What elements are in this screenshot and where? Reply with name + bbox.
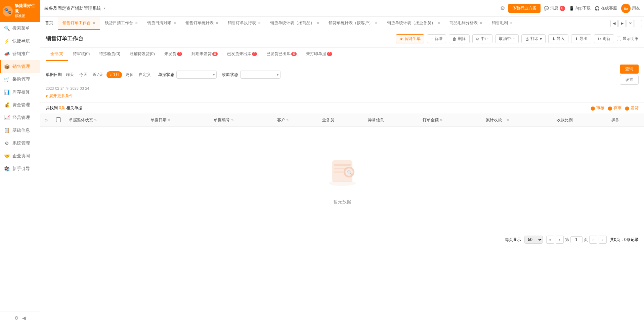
- new-btn[interactable]: + 新增: [427, 34, 446, 43]
- tab-close-money-clear[interactable]: ✕: [135, 21, 138, 25]
- subtab-all[interactable]: 全部(0): [46, 48, 68, 61]
- tab-home[interactable]: 首页: [40, 17, 58, 30]
- tab-sale-customer[interactable]: 销货单统计表（按客户）✕: [324, 17, 382, 30]
- tab-close-sale-goods[interactable]: ✕: [316, 21, 319, 25]
- tab-profit[interactable]: 商品毛利分析表✕: [445, 17, 487, 30]
- tab-nav-close[interactable]: ✕: [627, 20, 634, 27]
- tab-sales-workbench[interactable]: 销售订单工作台✕: [58, 17, 100, 30]
- subtab-overdue[interactable]: 到期未发货0: [187, 48, 222, 61]
- cancel-review-btn[interactable]: ⬤ 弃审: [608, 105, 621, 111]
- review-btn[interactable]: ⬤ 审核: [591, 105, 604, 111]
- page-input[interactable]: [570, 236, 583, 243]
- topbar-settings-icon[interactable]: ⚙: [500, 5, 505, 11]
- subtab-unprinted[interactable]: 未打印单据0: [301, 48, 337, 61]
- import-btn[interactable]: ⬇ 导入: [548, 34, 568, 43]
- export-btn[interactable]: ⬆ 导出: [571, 34, 591, 43]
- sidebar-item-management[interactable]: 📈经营管理: [0, 111, 40, 124]
- sidebar-settings-btn[interactable]: ⚙: [14, 315, 19, 321]
- tab-money-clear[interactable]: 钱货日清工作台✕: [100, 17, 142, 30]
- ship-btn[interactable]: ⬤ 发货: [625, 105, 639, 111]
- sidebar-item-search[interactable]: 🔍搜索菜单: [0, 22, 40, 35]
- tab-nav-expand[interactable]: ⛶: [635, 20, 642, 27]
- sort-icon-status[interactable]: ⇅: [94, 118, 97, 122]
- sidebar-item-system[interactable]: ⚙系统管理: [0, 137, 40, 150]
- tab-sale-goods[interactable]: 销货单统计表（按商品）✕: [265, 17, 324, 30]
- tab-close-profit[interactable]: ✕: [480, 21, 482, 25]
- subtab-badge-unshipped: 0: [177, 52, 182, 56]
- date-btn-今天[interactable]: 今天: [77, 71, 89, 78]
- subtab-shipped-out[interactable]: 已发货已出库0: [262, 48, 301, 61]
- tab-close-money-check[interactable]: ✕: [173, 21, 176, 25]
- tab-money-check[interactable]: 钱货日清对账✕: [142, 17, 181, 30]
- date-btn-昨天[interactable]: 昨天: [64, 71, 76, 78]
- delete-btn[interactable]: 🗑 删除: [449, 34, 470, 43]
- sort-icon-collected[interactable]: ⇅: [507, 118, 509, 122]
- sort-icon-number[interactable]: ⇅: [231, 118, 234, 122]
- subtab-unshipped[interactable]: 未发货0: [160, 48, 187, 61]
- tab-close-sale-customer[interactable]: ✕: [375, 21, 378, 25]
- tab-nav-prev[interactable]: ◀: [610, 20, 618, 27]
- sidebar-item-basic[interactable]: 📋基础信息: [0, 124, 40, 137]
- sort-icon-date[interactable]: ⇅: [168, 118, 170, 122]
- tab-close-sale-staff[interactable]: ✕: [437, 21, 440, 25]
- first-page-btn[interactable]: «: [546, 236, 554, 244]
- subtab-pick[interactable]: 待拣验货(0): [94, 48, 125, 61]
- tab-sales-exec[interactable]: 销售订单执行表✕: [223, 17, 265, 30]
- prev-page-btn[interactable]: ‹: [556, 236, 564, 244]
- subtab-pending[interactable]: 待审核(0): [68, 48, 95, 61]
- date-btn-自定义[interactable]: 自定义: [137, 71, 153, 78]
- refresh-btn[interactable]: ↻ 刷新: [594, 34, 614, 43]
- table-settings-icon[interactable]: ⚙: [44, 118, 48, 123]
- smart-create-btn[interactable]: ★ 智能生单: [396, 34, 424, 43]
- user-item[interactable]: Ea 用友: [621, 4, 640, 13]
- last-page-btn[interactable]: »: [599, 236, 607, 244]
- sidebar-item-finance[interactable]: 💰资金管理: [0, 98, 40, 111]
- print-btn[interactable]: 🖨 打印 ▾: [521, 34, 546, 43]
- sort-icon-customer[interactable]: ⇅: [286, 118, 289, 122]
- sidebar-item-collab[interactable]: 🤝企业协同: [0, 150, 40, 162]
- tab-sales-stat[interactable]: 销售订单统计表✕: [181, 17, 223, 30]
- solution-btn[interactable]: 体验行业方案: [508, 4, 541, 13]
- show-detail-label[interactable]: 显示明细: [617, 36, 639, 42]
- sidebar-item-quick[interactable]: ⚡快捷导航: [0, 35, 40, 47]
- subtab-shipped-no-out[interactable]: 已发货未出库0: [222, 48, 262, 61]
- tab-close-sales-exec[interactable]: ✕: [258, 21, 261, 25]
- table-select-all[interactable]: [56, 117, 61, 122]
- sidebar-item-label: 库存核算: [12, 89, 30, 95]
- tab-close-sales-stat[interactable]: ✕: [216, 21, 218, 25]
- next-page-btn[interactable]: ›: [589, 236, 597, 244]
- date-btn-更多[interactable]: 更多: [123, 71, 135, 78]
- online-service-item[interactable]: 🎧 在线客服: [595, 5, 617, 11]
- sidebar-item-purchase[interactable]: 🛒采购管理: [0, 73, 40, 86]
- query-btn[interactable]: 查询: [620, 65, 639, 74]
- star-icon: ★: [399, 37, 403, 41]
- subtab-label: 待审核: [73, 51, 85, 56]
- payment-select[interactable]: [240, 71, 281, 79]
- page-size-select[interactable]: 102050100: [524, 236, 543, 244]
- tab-nav-next[interactable]: ▶: [618, 20, 626, 27]
- date-btn-近7天[interactable]: 近7天: [91, 71, 105, 78]
- tab-close-sales-workbench[interactable]: ✕: [93, 21, 95, 25]
- expand-filters-btn[interactable]: ▾ 展开更多条件: [46, 93, 639, 99]
- sidebar-item-guide[interactable]: 📚新手引导: [0, 162, 40, 175]
- tab-sale-profit[interactable]: 销售毛利✕: [487, 17, 517, 30]
- filter-settings-btn[interactable]: 设置: [620, 75, 639, 85]
- subtab-wangpu[interactable]: 旺铺待发货(0): [125, 48, 160, 61]
- date-btn-近1月[interactable]: 近1月: [106, 71, 122, 78]
- stop-btn[interactable]: ⊘ 中止: [472, 34, 492, 43]
- sidebar-item-sales[interactable]: 📦销售管理: [0, 60, 40, 73]
- status-select[interactable]: [176, 71, 217, 79]
- main-content: 装备及固定资产辅助管理系统 ▾ ⚙ 体验行业方案 💬 消息 6 📱 App下载 …: [40, 0, 644, 324]
- sort-icon-amount[interactable]: ⇅: [440, 118, 442, 122]
- app-download-item[interactable]: 📱 App下载: [569, 5, 591, 11]
- show-detail-checkbox[interactable]: [617, 37, 621, 41]
- cancel-stop-btn[interactable]: 取消中止: [495, 34, 519, 43]
- tab-sale-staff[interactable]: 销货单统计表（按业务员）✕: [382, 17, 445, 30]
- sidebar-item-marketing[interactable]: 📣营销推广: [0, 47, 40, 60]
- sidebar-item-inventory[interactable]: 📊库存核算: [0, 86, 40, 98]
- status-select-wrap: [176, 71, 217, 79]
- tab-close-sale-profit[interactable]: ✕: [510, 21, 513, 25]
- message-item[interactable]: 💬 消息 6: [544, 5, 565, 11]
- sidebar-collapse-btn[interactable]: ◀: [22, 315, 26, 321]
- results-actions: ⬤ 审核 ⬤ 弃审 ⬤ 发货: [591, 105, 639, 111]
